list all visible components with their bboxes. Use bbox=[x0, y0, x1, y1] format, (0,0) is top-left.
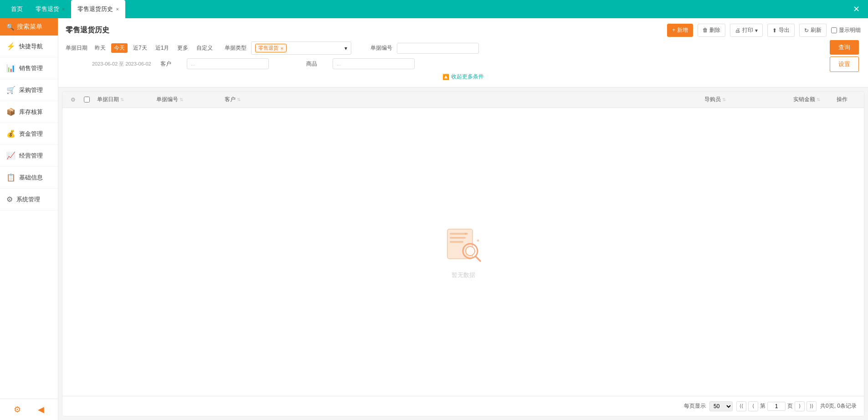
svg-point-5 bbox=[466, 246, 475, 256]
sidebar-item-inventory[interactable]: 📦 库存核算 bbox=[0, 101, 58, 123]
refresh-button[interactable]: ↻ 刷新 bbox=[799, 24, 827, 37]
page-suffix: 页 bbox=[787, 402, 793, 410]
page-label: 第 bbox=[760, 402, 765, 410]
col-guide[interactable]: 导购员 ⇅ bbox=[701, 96, 769, 103]
per-page-select[interactable]: 50 100 200 bbox=[709, 401, 733, 411]
print-label: 打印 bbox=[742, 26, 753, 34]
prev-page-button[interactable]: ⟨ bbox=[748, 401, 758, 411]
export-button[interactable]: ⬆ 导出 bbox=[767, 24, 795, 37]
svg-rect-3 bbox=[450, 241, 463, 243]
print-button[interactable]: 🖨 打印 ▾ bbox=[730, 24, 763, 37]
collapse-filter-button[interactable]: 🔼 收起更多条件 bbox=[442, 73, 484, 81]
table-header: ⚙ 单据日期 ⇅ 单据编号 ⇅ 客户 ⇅ 导购员 ⇅ bbox=[62, 92, 864, 108]
type-tag: 零售退货 × bbox=[255, 44, 286, 52]
empty-state: 暂无数据 bbox=[62, 108, 864, 396]
tab-bar: 首页 零售退货 × 零售退货历史 × ✕ bbox=[0, 0, 868, 18]
show-detail-input[interactable] bbox=[831, 27, 837, 33]
sidebar-item-system-label: 系统管理 bbox=[16, 195, 40, 204]
sidebar-item-system[interactable]: ⚙ 系统管理 bbox=[0, 189, 58, 210]
col-customer[interactable]: 客户 ⇅ bbox=[221, 96, 701, 103]
col-no[interactable]: 单据编号 ⇅ bbox=[153, 96, 221, 103]
tab-home[interactable]: 首页 bbox=[5, 0, 29, 18]
purchase-icon: 🛒 bbox=[6, 86, 15, 94]
basic-info-icon: 📋 bbox=[6, 173, 15, 182]
tab-retail-return[interactable]: 零售退货 × bbox=[29, 0, 71, 18]
show-detail-label: 显示明细 bbox=[839, 26, 861, 34]
page-number-input[interactable] bbox=[767, 402, 786, 411]
delete-button[interactable]: 🗑 删除 bbox=[698, 24, 725, 37]
date-btn-1month[interactable]: 近1月 bbox=[153, 43, 172, 53]
show-detail-checkbox[interactable]: 显示明细 bbox=[831, 26, 861, 34]
sidebar-item-quick-nav[interactable]: ⚡ 快捷导航 bbox=[0, 36, 58, 57]
col-action-label: 操作 bbox=[837, 96, 847, 103]
sidebar-item-basic-info-label: 基础信息 bbox=[19, 174, 43, 182]
action-buttons: 查询 设置 bbox=[830, 40, 859, 72]
date-range-display: 2023-06-02 至 2023-06-02 bbox=[92, 61, 151, 67]
settings-bottom-icon[interactable]: ⚙ bbox=[14, 405, 21, 415]
sidebar-item-purchase[interactable]: 🛒 采购管理 bbox=[0, 79, 58, 101]
operations-icon: 📈 bbox=[6, 151, 15, 160]
table-container: ⚙ 单据日期 ⇅ 单据编号 ⇅ 客户 ⇅ 导购员 ⇅ bbox=[62, 91, 864, 416]
table-settings-icon[interactable]: ⚙ bbox=[66, 97, 80, 103]
type-filter-item: 单据类型 零售退货 × ▾ bbox=[225, 41, 361, 55]
number-filter-input[interactable] bbox=[397, 43, 479, 54]
last-page-button[interactable]: ⟩⟩ bbox=[806, 401, 817, 411]
toggle-sidebar-icon[interactable]: ◀ bbox=[38, 405, 44, 415]
new-button[interactable]: + 新增 bbox=[667, 24, 693, 37]
system-icon: ⚙ bbox=[6, 195, 13, 204]
tab-retail-return-label: 零售退货 bbox=[36, 5, 59, 13]
finance-icon: 💰 bbox=[6, 129, 15, 138]
tab-retail-return-history-close[interactable]: × bbox=[116, 6, 118, 12]
window-close-button[interactable]: ✕ bbox=[849, 4, 863, 14]
goods-filter-input[interactable]: ... bbox=[333, 58, 415, 69]
date-btn-yesterday[interactable]: 昨天 bbox=[92, 43, 108, 53]
type-tag-remove[interactable]: × bbox=[280, 46, 283, 51]
sales-icon: 📊 bbox=[6, 64, 15, 72]
date-btn-7days[interactable]: 近7天 bbox=[130, 43, 150, 53]
date-btn-custom[interactable]: 自定义 bbox=[194, 43, 216, 53]
col-amount-sort-icon: ⇅ bbox=[817, 97, 820, 102]
export-icon: ⬆ bbox=[772, 27, 777, 34]
col-customer-label: 客户 bbox=[225, 96, 236, 103]
sidebar-item-operations[interactable]: 📈 经营管理 bbox=[0, 145, 58, 167]
table-select-all[interactable] bbox=[80, 97, 93, 102]
sidebar-search-label: 搜索菜单 bbox=[17, 23, 42, 31]
date-filter-label: 单据日期 bbox=[66, 44, 88, 52]
goods-placeholder: ... bbox=[337, 61, 341, 67]
number-filter-item: 单据编号 bbox=[370, 43, 507, 54]
col-amount[interactable]: 实销金额 ⇅ bbox=[769, 96, 824, 103]
inventory-icon: 📦 bbox=[6, 108, 15, 116]
col-amount-label: 实销金额 bbox=[793, 96, 815, 103]
sidebar-item-basic-info[interactable]: 📋 基础信息 bbox=[0, 167, 58, 189]
page-header: 零售退货历史 + 新增 🗑 删除 🖨 打印 ▾ ⬆ 导出 ↻ bbox=[58, 18, 868, 87]
type-filter-select[interactable]: 零售退货 × ▾ bbox=[251, 41, 351, 55]
sidebar-item-finance[interactable]: 💰 资金管理 bbox=[0, 123, 58, 145]
svg-point-7 bbox=[465, 233, 467, 235]
customer-filter-input[interactable]: ... bbox=[187, 58, 269, 69]
type-tag-value: 零售退货 bbox=[258, 45, 278, 51]
query-button[interactable]: 查询 bbox=[830, 40, 859, 55]
sidebar: 🔍 搜索菜单 ⚡ 快捷导航 📊 销售管理 🛒 采购管理 📦 库存核算 💰 资金管… bbox=[0, 18, 58, 420]
sidebar-item-purchase-label: 采购管理 bbox=[19, 86, 43, 94]
refresh-label: 刷新 bbox=[811, 26, 822, 34]
next-page-button[interactable]: ⟩ bbox=[795, 401, 805, 411]
collapse-label: 收起更多条件 bbox=[451, 73, 484, 81]
date-btn-today[interactable]: 今天 bbox=[111, 43, 128, 53]
print-dropdown-icon: ▾ bbox=[755, 27, 758, 34]
sidebar-search[interactable]: 🔍 搜索菜单 bbox=[0, 18, 58, 36]
sidebar-item-sales[interactable]: 📊 销售管理 bbox=[0, 57, 58, 79]
total-info: 共0页, 0条记录 bbox=[820, 402, 857, 410]
date-btn-more[interactable]: 更多 bbox=[175, 43, 191, 53]
empty-state-text: 暂无数据 bbox=[452, 271, 475, 279]
select-all-checkbox[interactable] bbox=[84, 97, 90, 102]
tab-retail-return-history[interactable]: 零售退货历史 × bbox=[71, 0, 125, 18]
customer-filter-item: 客户 ... bbox=[160, 58, 297, 69]
pagination: 每页显示 50 100 200 ⟨⟨ ⟨ 第 页 ⟩ ⟩⟩ 共0页, 0条记录 bbox=[62, 396, 864, 416]
first-page-button[interactable]: ⟨⟨ bbox=[736, 401, 746, 411]
sidebar-item-quick-nav-label: 快捷导航 bbox=[19, 42, 43, 51]
tab-home-label: 首页 bbox=[11, 5, 23, 13]
tab-retail-return-close[interactable]: × bbox=[62, 6, 65, 12]
col-date[interactable]: 单据日期 ⇅ bbox=[93, 96, 153, 103]
col-guide-sort-icon: ⇅ bbox=[722, 97, 726, 102]
set-button[interactable]: 设置 bbox=[830, 56, 859, 72]
